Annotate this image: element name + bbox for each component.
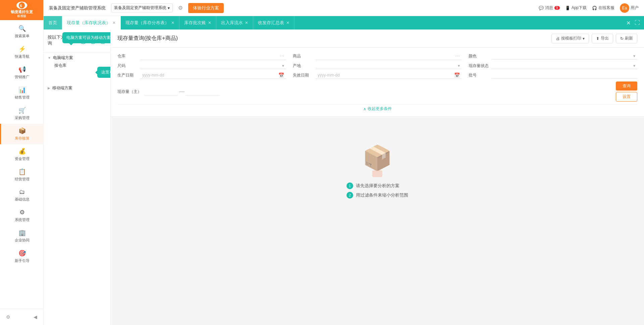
sidebar-item-operations[interactable]: 📋 经营管理 [0,165,43,185]
filter-prod-date: 生产日期 📅 [117,72,286,79]
schema-row-mobile[interactable]: ▶ 移动端方案 [44,84,110,92]
filter-expire-date-input[interactable] [318,73,454,77]
step-2-num: 2 [346,192,353,199]
tab-receive-summary-close[interactable]: ✕ [286,20,289,25]
sidebar-item-inventory[interactable]: 📦 库存核算 [0,124,43,144]
filter-size-input[interactable] [142,63,281,68]
desktop-toggle-icon[interactable]: ▼ [48,56,51,60]
tab-receive-summary[interactable]: 收发存汇总表 ✕ [253,16,294,30]
sidebar-item-marketing[interactable]: 📢 营销推广 [0,62,43,83]
logo-text: 畅捷通好生意 [11,10,33,14]
settings-icon-btn[interactable]: ⚙ [3,312,13,322]
filter-origin-input[interactable] [318,63,456,68]
sidebar-item-quick-nav[interactable]: ⚡ 快速导航 [0,42,43,62]
filter-batch-no-input-wrap [491,72,637,78]
sidebar-item-search[interactable]: 🔍 搜索菜单 [0,21,43,42]
filter-grid-row1: 仓库 ··· 商品 ··· [117,52,637,60]
filter-prod-date-input[interactable] [142,73,278,77]
sidebar-item-guide[interactable]: 🎯 新手引导 [0,246,43,267]
fullscreen-btn[interactable]: ⛶ [633,18,641,27]
search-btn[interactable]: 查询 [616,82,637,91]
system-name: 装备及固定资产辅助管理系统 [49,5,106,11]
filter-goods-dots-icon[interactable]: ··· [455,53,460,59]
settings-gear-icon[interactable]: ⚙ [178,5,183,11]
purchase-icon: 🛒 [18,107,26,114]
finance-icon: 💰 [18,148,26,155]
tab-batch-ledger[interactable]: 库存批次账 ✕ [179,16,216,30]
filter-grid-row2: 尺码 ▾ 产地 ▾ [117,63,637,69]
quick-nav-icon: ⚡ [18,45,26,53]
system-select[interactable]: 装备及固定资产辅助管理系统 ▾ [111,3,173,12]
support-btn[interactable]: 🎧 在线客服 [592,5,614,11]
empty-step-2: 2 用过滤条件来缩小分析范围 [346,192,408,199]
sidebar-item-base[interactable]: 🗂 基础信息 [0,185,43,205]
tab-batch-ledger-close[interactable]: ✕ [208,20,211,25]
filter-warehouse-input[interactable] [142,54,278,58]
filter-stock-qty-min[interactable] [144,88,178,96]
filter-color-label: 颜色 [469,53,489,59]
filter-origin-dropdown-icon[interactable]: ▾ [458,63,460,68]
tab-inventory-dist-close[interactable]: ✕ [171,20,174,25]
filter-prod-date-calendar-icon[interactable]: 📅 [278,72,284,78]
sidebar: 6 畅捷通好生意 标准版 🔍 搜索菜单 ⚡ 快速导航 📢 营销推广 📊 销售管理… [0,0,44,325]
sidebar-item-sales[interactable]: 📊 销售管理 [0,83,43,103]
message-btn[interactable]: 💬 消息 9 [539,5,560,11]
logo-badge: 标准版 [17,14,26,18]
sidebar-item-purchase[interactable]: 🛒 采购管理 [0,103,43,124]
sidebar-item-system[interactable]: ⚙ 系统管理 [0,205,43,226]
filter-stock-status-dropdown-icon[interactable]: ▾ [633,63,635,68]
filter-stock-qty-max[interactable] [186,88,219,96]
close-all-tabs-btn[interactable]: ✕ [625,18,632,28]
filter-warehouse-input-wrap: ··· [140,52,286,60]
tooltip-create-hint-text: 这里可以创建和修改方案哦 [101,69,111,75]
phone-icon: 📱 [565,6,570,10]
filter-warehouse-dots-icon[interactable]: ··· [280,53,284,59]
filter-stock-status-input[interactable] [493,63,632,68]
user-menu[interactable]: Ea 用户 [620,3,639,13]
tab-right-btns: ✕ ⛶ [625,18,644,28]
sidebar-item-label-purchase: 采购管理 [15,115,30,120]
filter-grid-row3: 生产日期 📅 失效日期 📅 [117,72,637,79]
mobile-toggle-icon[interactable]: ▶ [48,86,50,90]
guide-icon: 🎯 [18,250,26,257]
chevron-down-print-icon: ▾ [583,36,585,41]
export-btn[interactable]: ⬆ 导出 [592,34,613,43]
tab-inout-flow-close[interactable]: ✕ [245,20,248,25]
tab-inout-flow[interactable]: 出入库流水 ✕ [216,16,253,30]
filter-goods-input[interactable] [318,54,454,58]
content-body: 按以下方案查询 + ✎ ← 电脑方案可设为移动方案哦 ✕ [44,30,644,325]
sidebar-item-finance[interactable]: 💰 资金管理 [0,144,43,165]
collapse-sidebar-btn[interactable]: ◀ [31,312,40,322]
app-download-btn[interactable]: 📱 App下载 [565,5,587,11]
sidebar-item-enterprise[interactable]: 🏢 企业协同 [0,226,43,246]
chevron-down-icon: ▾ [168,6,170,10]
refresh-label: 刷新 [625,36,633,41]
empty-step-1: 1 请先选择要分析的方案 [346,182,408,189]
filter-batch-no-input[interactable] [493,73,635,77]
filter-goods-input-wrap: ··· [316,52,462,60]
print-label: 按模板打印 [561,36,581,41]
tab-inventory-status[interactable]: 现存量（库存状况表） ✕ [62,16,121,30]
tab-inventory-status-close[interactable]: ✕ [112,20,116,25]
print-btn[interactable]: 🖨 按模板打印 ▾ [551,34,589,43]
filter-stock-status-input-wrap: ▾ [491,63,637,69]
tab-receive-summary-label: 收发存汇总表 [258,20,284,26]
filter-color-input[interactable] [493,54,632,58]
reset-btn[interactable]: 设置 [616,92,637,102]
schema-tree: ▼ 电脑端方案 按仓库 这里可以创建和修改方案哦 ✕ ▶ 移动端方案 [44,53,110,93]
empty-steps: 1 请先选择要分析的方案 2 用过滤条件来缩小分析范围 [346,182,408,199]
filter-size-input-wrap: ▾ [140,63,286,69]
filter-size-dropdown-icon[interactable]: ▾ [282,63,284,68]
tooltip-schema-hint-text: 电脑方案可设为移动方案哦 [66,35,111,41]
filter-color-dropdown-icon[interactable]: ▾ [633,54,635,58]
filter-stock-qty-label: 现存量（主） [117,89,142,95]
tab-inventory-dist[interactable]: 现存量（库存分布表） ✕ [121,16,179,30]
user-label: 用户 [631,5,639,11]
tab-home[interactable]: 首页 [44,16,62,30]
schema-row-desktop[interactable]: ▼ 电脑端方案 [44,54,110,62]
refresh-btn[interactable]: ↻ 刷新 [616,34,637,43]
filter-goods-label: 商品 [293,53,313,59]
collapse-filter-btn[interactable]: ∧ 收起更多条件 [363,106,392,112]
filter-expire-date-calendar-icon[interactable]: 📅 [454,72,460,78]
industry-btn[interactable]: 体验行业方案 [188,3,224,13]
